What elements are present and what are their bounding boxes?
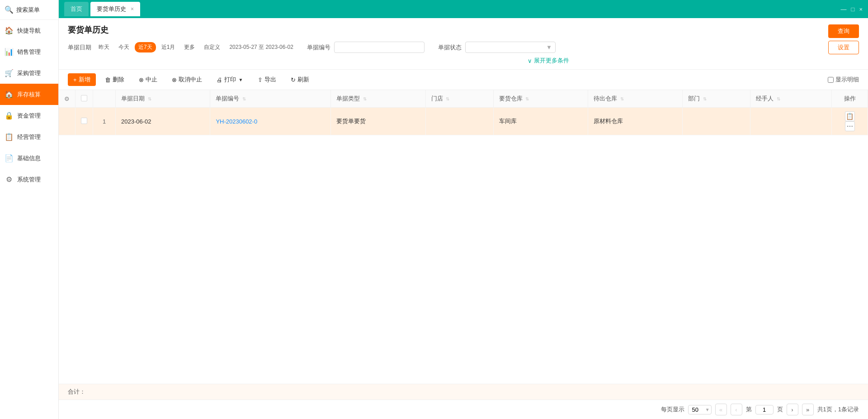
date-btn-7days[interactable]: 近7天 xyxy=(135,42,156,52)
sidebar: 🔍 搜索菜单 🏠 快捷导航 📊 销售管理 🛒 采购管理 🏠 库存核算 🔒 资金管… xyxy=(0,0,59,419)
tab-requisition-history[interactable]: 要货单历史 × xyxy=(90,2,140,16)
row-bill-no-link[interactable]: YH-20230602-0 xyxy=(216,118,257,125)
topbar-right: — □ × xyxy=(841,6,863,13)
print-button[interactable]: 🖨 打印 ▼ xyxy=(211,73,249,86)
col-bill-type: 单据类型 ⇅ xyxy=(331,90,425,108)
window-minimize-icon[interactable]: — xyxy=(841,6,847,13)
sidebar-item-quick-nav[interactable]: 🏠 快捷导航 xyxy=(0,20,58,41)
col-req-warehouse-sort-icon[interactable]: ⇅ xyxy=(525,96,529,101)
next-page-btn[interactable]: › xyxy=(787,404,798,415)
home-icon: 🏠 xyxy=(5,26,14,35)
show-detail-checkbox-wrap[interactable]: 显示明细 xyxy=(828,76,859,84)
row-bill-type: 要货单要货 xyxy=(331,108,425,135)
status-select[interactable] xyxy=(465,42,556,53)
sidebar-item-label: 采购管理 xyxy=(17,69,41,77)
delete-label: 删除 xyxy=(113,76,124,84)
refresh-button[interactable]: ↻ 刷新 xyxy=(285,73,315,86)
col-setting[interactable]: ⚙ xyxy=(59,90,75,108)
last-page-btn[interactable]: » xyxy=(802,404,814,415)
row-no: 1 xyxy=(93,108,116,135)
col-store-label: 门店 xyxy=(431,95,443,102)
sidebar-item-basic[interactable]: 📄 基础信息 xyxy=(0,148,58,169)
sidebar-item-inventory[interactable]: 🏠 库存核算 xyxy=(0,84,58,105)
select-all-checkbox[interactable] xyxy=(81,95,87,101)
sidebar-search[interactable]: 🔍 搜索菜单 xyxy=(0,0,58,20)
date-btn-yesterday[interactable]: 昨天 xyxy=(95,42,113,52)
sidebar-item-sales[interactable]: 📊 销售管理 xyxy=(0,41,58,62)
col-handler-label: 经手人 xyxy=(756,95,774,102)
page-input[interactable] xyxy=(755,405,774,414)
col-store-sort-icon[interactable]: ⇅ xyxy=(446,96,449,101)
row-pending-warehouse: 原材料仓库 xyxy=(588,108,682,135)
cancel-stop-icon: ⊗ xyxy=(172,76,177,83)
page-suffix: 页 xyxy=(777,405,783,414)
query-button[interactable]: 查询 xyxy=(828,24,859,38)
query-setting-area: 查询 设置 xyxy=(828,24,859,54)
sidebar-item-finance[interactable]: 🔒 资金管理 xyxy=(0,105,58,126)
row-edit-btn[interactable]: 📋 xyxy=(845,111,855,121)
export-button[interactable]: ⇧ 导出 xyxy=(252,73,282,86)
date-btn-1month[interactable]: 近1月 xyxy=(158,42,179,52)
delete-button[interactable]: 🗑 删除 xyxy=(99,73,130,86)
col-pending-warehouse-sort-icon[interactable]: ⇅ xyxy=(620,96,624,101)
row-req-warehouse: 车间库 xyxy=(493,108,588,135)
stop-button[interactable]: ⊗ 中止 xyxy=(133,73,163,86)
col-bill-no-sort-icon[interactable]: ⇅ xyxy=(242,96,246,101)
table-wrap: ⚙ 单据日期 ⇅ 单据编号 ⇅ xyxy=(59,90,868,384)
window-maximize-icon[interactable]: □ xyxy=(851,6,855,13)
total-label: 合计： xyxy=(68,388,85,395)
col-bill-type-sort-icon[interactable]: ⇅ xyxy=(363,96,367,101)
window-close-icon[interactable]: × xyxy=(859,6,863,13)
filter-bar: 单据日期 昨天 今天 近7天 近1月 更多 自定义 2023-05-27 至 2… xyxy=(68,42,569,53)
sidebar-item-label: 销售管理 xyxy=(17,48,41,56)
setting-button[interactable]: 设置 xyxy=(828,41,859,54)
prev-page-btn[interactable]: ‹ xyxy=(731,404,742,415)
date-range-text: 2023-05-27 至 2023-06-02 xyxy=(229,43,293,51)
row-checkbox[interactable] xyxy=(81,118,87,124)
expand-more-btn[interactable]: ∨ 展开更多条件 xyxy=(528,57,569,65)
clipboard-icon: 📋 xyxy=(5,133,14,141)
col-handler: 经手人 ⇅ xyxy=(750,90,832,108)
col-department-sort-icon[interactable]: ⇅ xyxy=(703,96,707,101)
print-icon: 🖨 xyxy=(217,76,222,83)
cancel-stop-button[interactable]: ⊗ 取消中止 xyxy=(166,73,208,86)
show-detail-label: 显示明细 xyxy=(835,76,859,84)
col-bill-type-label: 单据类型 xyxy=(336,95,360,102)
date-btn-custom[interactable]: 自定义 xyxy=(200,42,224,52)
tab-close-icon[interactable]: × xyxy=(131,6,134,12)
sidebar-item-label: 基础信息 xyxy=(17,154,41,162)
print-label: 打印 xyxy=(224,76,236,84)
sidebar-item-purchase[interactable]: 🛒 采购管理 xyxy=(0,62,58,84)
status-label: 单据状态 xyxy=(438,43,462,52)
new-button[interactable]: + 新增 xyxy=(68,73,96,86)
page-title: 要货单历史 xyxy=(68,24,569,35)
row-ops: 📋 ⋯ xyxy=(832,108,868,135)
new-icon: + xyxy=(73,76,77,83)
col-handler-sort-icon[interactable]: ⇅ xyxy=(777,96,780,101)
show-detail-checkbox[interactable] xyxy=(828,77,834,83)
total-records: 共1页，1条记录 xyxy=(817,405,859,414)
toolbar: + 新增 🗑 删除 ⊗ 中止 ⊗ 取消中止 🖨 打印 ▼ ⇧ 导 xyxy=(59,70,868,90)
delete-icon: 🗑 xyxy=(105,76,111,83)
page-header: 要货单历史 单据日期 昨天 今天 近7天 近1月 更多 自定义 xyxy=(59,18,868,70)
date-btn-more[interactable]: 更多 xyxy=(180,42,198,52)
tab-home[interactable]: 首页 xyxy=(64,2,89,16)
page-size-select[interactable]: 50 100 200 xyxy=(688,405,712,414)
col-checkbox-header xyxy=(75,90,93,108)
export-label: 导出 xyxy=(264,76,276,84)
sidebar-item-operations[interactable]: 📋 经营管理 xyxy=(0,126,58,148)
col-date: 单据日期 ⇅ xyxy=(116,90,210,108)
first-page-btn[interactable]: « xyxy=(715,404,727,415)
tab-requisition-label: 要货单历史 xyxy=(97,5,126,13)
date-btn-today[interactable]: 今天 xyxy=(115,42,133,52)
bill-no-filter-group: 单据编号 xyxy=(307,42,425,53)
row-more-btn[interactable]: ⋯ xyxy=(845,121,855,131)
sidebar-item-system[interactable]: ⚙ 系统管理 xyxy=(0,169,58,190)
toolbar-right: 显示明细 xyxy=(828,76,859,84)
new-label: 新增 xyxy=(79,76,90,84)
lock-icon: 🔒 xyxy=(5,111,14,120)
col-date-sort-icon[interactable]: ⇅ xyxy=(148,96,151,101)
bill-no-input[interactable] xyxy=(334,42,425,53)
chart-icon: 📊 xyxy=(5,48,14,56)
row-bill-no: YH-20230602-0 xyxy=(210,108,331,135)
